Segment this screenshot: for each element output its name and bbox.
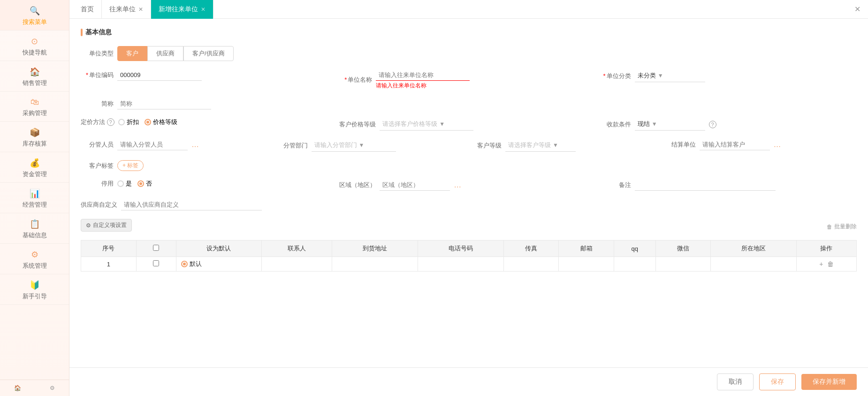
sidebar-item-finance[interactable]: 💰 资金管理 (0, 152, 69, 183)
payment-terms-field: 收款条件 现结 ▼ ? (598, 118, 857, 131)
supplier-custom-input[interactable] (121, 199, 262, 210)
remarks-field: 备注 (598, 179, 857, 191)
unit-type-row: 单位类型 客户 供应商 客户/供应商 (81, 46, 857, 61)
region-input[interactable] (380, 179, 450, 191)
sidebar-item-label: 搜索菜单 (23, 18, 47, 26)
add-tag-button[interactable]: + 标签 (117, 160, 144, 171)
col-fax: 传真 (503, 241, 559, 257)
sidebar-item-new-guide[interactable]: 🔰 新手引导 (0, 274, 69, 305)
customer-tags-row: 客户标签 + 标签 (81, 160, 857, 171)
row-default: 默认 (176, 257, 262, 272)
cancel-button[interactable]: 取消 (717, 373, 754, 390)
customer-level-select[interactable]: 请选择客户等级 ▼ (505, 139, 576, 152)
row-delete-btn[interactable]: 🗑 (827, 260, 834, 268)
pricing-price-level-circle (145, 119, 151, 125)
disabled-no-radio[interactable]: 否 (137, 179, 152, 188)
row-checkbox-input[interactable] (153, 260, 159, 266)
payment-terms-arrow: ▼ (652, 121, 657, 127)
save-new-button[interactable]: 保存并新增 (801, 374, 857, 390)
pricing-discount-radio[interactable]: 折扣 (118, 118, 139, 126)
close-all-tabs-button[interactable]: ✕ (851, 5, 864, 14)
manager-more-btn[interactable]: … (190, 140, 201, 149)
pricing-method-field: 定价方法 ? 折扣 价格等级 (81, 118, 339, 126)
pricing-radio-group: 折扣 价格等级 (118, 118, 177, 126)
department-select[interactable]: 请输入分管部门 ▼ (312, 139, 396, 152)
settlement-unit-more-btn[interactable]: … (772, 140, 783, 149)
unit-category-value: 未分类 (638, 71, 656, 80)
sidebar-item-system[interactable]: ⚙ 系统管理 (0, 244, 69, 274)
manager-field: 分管人员 … (81, 139, 275, 150)
unit-name-input[interactable] (376, 70, 470, 81)
manager-input[interactable] (117, 139, 188, 150)
row-add-btn[interactable]: + (819, 260, 823, 268)
sidebar-item-purchase[interactable]: 🛍 采购管理 (0, 92, 69, 122)
unit-code-name-row: 单位编码 单位名称 请输入往来单位名称 单位分类 未分类 ▼ (81, 70, 857, 90)
unit-code-field: 单位编码 (81, 70, 339, 81)
pricing-price-level-radio[interactable]: 价格等级 (145, 118, 177, 126)
customer-level-label: 客户等级 (469, 141, 502, 150)
tab-partners-label: 往来单位 (109, 5, 136, 14)
type-btn-supplier[interactable]: 供应商 (147, 46, 183, 61)
row-region (711, 257, 797, 272)
row-no: 1 (81, 257, 137, 272)
sidebar-item-quick-nav[interactable]: ⊙ 快捷导航 (0, 31, 69, 61)
settlement-unit-input[interactable] (700, 139, 770, 150)
payment-terms-select[interactable]: 现结 ▼ (635, 118, 705, 131)
region-more-btn[interactable]: … (452, 181, 463, 189)
type-btn-customer[interactable]: 客户 (117, 46, 147, 61)
pricing-discount-circle (118, 119, 125, 125)
unit-type-label: 单位类型 (81, 49, 114, 58)
col-contact: 联系人 (262, 241, 332, 257)
sidebar-item-sales[interactable]: 🏠 销售管理 (0, 61, 69, 92)
type-btn-both[interactable]: 客户/供应商 (183, 46, 234, 61)
row-fax (503, 257, 559, 272)
disabled-no-dot (139, 182, 142, 185)
table-section: ⚙ 自定义项设置 🗑 批量删除 序号 设为默认 联系人 (81, 219, 857, 272)
sidebar-item-basic-info[interactable]: 📋 基础信息 (0, 213, 69, 244)
sidebar-settings-btn[interactable]: ⚙ (50, 385, 55, 391)
settlement-unit-field: 结算单位 … (663, 139, 857, 150)
tab-partners-close[interactable]: ✕ (138, 6, 143, 13)
settlement-unit-input-group: … (700, 139, 783, 150)
disabled-yes-radio[interactable]: 是 (117, 179, 132, 188)
sidebar-item-label: 系统管理 (23, 262, 47, 270)
customer-price-level-select[interactable]: 请选择客户价格等级 ▼ (380, 118, 473, 131)
batch-delete-button[interactable]: 🗑 批量删除 (827, 223, 857, 231)
row-default-radio[interactable]: 默认 (181, 260, 257, 268)
operations-icon: 📊 (30, 188, 40, 199)
tab-partners[interactable]: 往来单位 ✕ (102, 0, 151, 19)
sidebar-item-inventory[interactable]: 📦 库存核算 (0, 122, 69, 152)
payment-terms-value: 现结 (638, 120, 650, 128)
custom-settings-button[interactable]: ⚙ 自定义项设置 (81, 219, 132, 232)
pricing-row: 定价方法 ? 折扣 价格等级 (81, 118, 857, 131)
payment-terms-label: 收款条件 (598, 120, 631, 129)
abbreviation-label: 简称 (81, 100, 114, 108)
tab-new-partner[interactable]: 新增往来单位 ✕ (151, 0, 213, 19)
table-header-row: 序号 设为默认 联系人 到货地址 电话号码 传真 邮箱 qq 微信 所在地区 操… (81, 241, 857, 257)
unit-category-select[interactable]: 未分类 ▼ (635, 70, 705, 82)
section-basic-info: 基本信息 (81, 28, 857, 37)
abbreviation-input[interactable] (117, 98, 211, 109)
sidebar-expand-btn[interactable]: 🏠 (14, 385, 21, 391)
sidebar-item-search[interactable]: 🔍 搜索菜单 (0, 0, 69, 31)
tab-new-partner-close[interactable]: ✕ (201, 6, 206, 13)
remarks-label: 备注 (598, 181, 631, 189)
batch-delete-label: 批量删除 (834, 223, 857, 231)
inventory-icon: 📦 (30, 127, 40, 138)
unit-code-input[interactable] (117, 70, 202, 81)
select-all-checkbox[interactable] (153, 245, 159, 251)
disabled-field: 停用 是 否 (81, 179, 339, 188)
col-phone: 电话号码 (418, 241, 504, 257)
sidebar-item-label: 库存核算 (23, 140, 47, 148)
tab-home[interactable]: 首页 (73, 0, 102, 19)
content-area: 基本信息 单位类型 客户 供应商 客户/供应商 单位编码 (69, 19, 868, 367)
pricing-help-icon[interactable]: ? (107, 118, 114, 126)
save-button[interactable]: 保存 (759, 373, 796, 390)
sidebar-item-label: 快捷导航 (23, 48, 47, 57)
remarks-input[interactable] (635, 179, 776, 191)
row-actions: + 🗑 (796, 257, 856, 272)
region-input-group: … (380, 179, 463, 191)
region-label: 区域（地区） (339, 181, 376, 189)
payment-help-icon[interactable]: ? (709, 121, 716, 128)
sidebar-item-operations[interactable]: 📊 经营管理 (0, 183, 69, 213)
